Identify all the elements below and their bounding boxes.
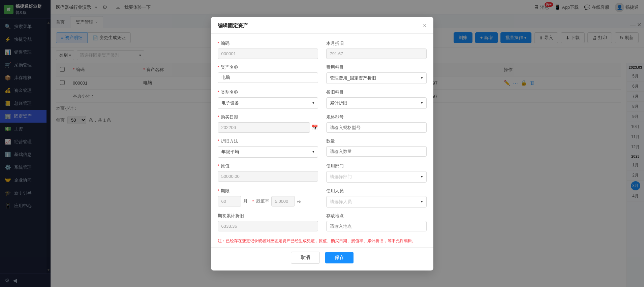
field-depreciation-method: * 折旧方法 年限平均 ▾ xyxy=(218,138,318,158)
modal-close-button[interactable]: × xyxy=(423,22,427,29)
code-input[interactable] xyxy=(218,49,318,59)
calendar-icon[interactable]: 📅 xyxy=(311,124,318,131)
edit-asset-modal: 编辑固定资产 × * 编码 本月折旧 * 资产名称 xyxy=(211,17,433,270)
modal-body: * 编码 本月折旧 * 资产名称 费用科目 xyxy=(211,34,433,238)
modal-overlay[interactable]: 编辑固定资产 × * 编码 本月折旧 * 资产名称 xyxy=(0,0,644,287)
category-label: * 类别名称 xyxy=(218,89,318,95)
quantity-label: 数量 xyxy=(326,138,427,144)
field-purchase-date: * 购买日期 📅 xyxy=(218,114,318,133)
monthly-depreciation-input xyxy=(326,49,427,59)
method-dropdown-icon: ▾ xyxy=(312,150,314,154)
field-quantity: 数量 xyxy=(326,138,427,158)
period-input[interactable] xyxy=(218,196,241,206)
department-label: 使用部门 xyxy=(326,163,427,169)
original-value-label: * 原值 xyxy=(218,163,318,169)
depreciation-account-select[interactable]: 累计折旧 ▾ xyxy=(326,97,427,109)
purchase-date-input[interactable] xyxy=(218,122,310,133)
location-label: 存放地点 xyxy=(326,213,427,219)
expense-account-select[interactable]: 管理费用_固定资产折旧 ▾ xyxy=(326,72,427,84)
quantity-input[interactable] xyxy=(326,146,427,157)
residual-rate-label: 残值率 xyxy=(256,198,269,204)
purchase-date-label: * 购买日期 xyxy=(218,114,318,120)
residual-rate-input[interactable] xyxy=(271,196,295,206)
period-unit: 月 xyxy=(243,198,248,204)
department-select[interactable]: 请选择部门 ▾ xyxy=(326,171,427,183)
field-initial-accumulated: 期初累计折旧 xyxy=(218,213,318,231)
monthly-depreciation-label: 本月折旧 xyxy=(326,40,427,46)
depreciation-account-label: 折旧科目 xyxy=(326,89,427,95)
personnel-dropdown-icon: ▾ xyxy=(421,199,423,204)
period-residual-row: 月 * 残值率 % xyxy=(218,196,318,206)
initial-accumulated-label: 期初累计折旧 xyxy=(218,213,318,219)
cancel-button[interactable]: 取消 xyxy=(291,252,320,264)
field-category: * 类别名称 电子设备 ▾ xyxy=(218,89,318,109)
department-dropdown-icon: ▾ xyxy=(421,174,423,179)
modal-header: 编辑固定资产 × xyxy=(211,17,433,34)
asset-name-input[interactable] xyxy=(218,72,318,83)
save-button[interactable]: 保存 xyxy=(325,252,354,263)
field-monthly-depreciation: 本月折旧 xyxy=(326,40,427,59)
field-department: 使用部门 请选择部门 ▾ xyxy=(326,163,427,183)
asset-name-label: * 资产名称 xyxy=(218,64,318,70)
expense-dropdown-icon: ▾ xyxy=(421,76,423,80)
field-personnel: 使用人员 请选择人员 ▾ xyxy=(326,188,427,208)
residual-rate-unit: % xyxy=(297,199,301,204)
depreciation-method-select[interactable]: 年限平均 ▾ xyxy=(218,146,318,158)
depreciation-method-label: * 折旧方法 xyxy=(218,138,318,144)
category-dropdown-icon: ▾ xyxy=(312,101,314,105)
personnel-label: 使用人员 xyxy=(326,188,427,194)
initial-accumulated-input[interactable] xyxy=(218,221,318,231)
field-expense-account: 费用科目 管理费用_固定资产折旧 ▾ xyxy=(326,64,427,84)
field-code: * 编码 xyxy=(218,40,318,59)
period-label: * 期限 xyxy=(218,188,318,194)
spec-input[interactable] xyxy=(326,122,427,133)
personnel-select[interactable]: 请选择人员 ▾ xyxy=(326,196,427,208)
code-label: * 编码 xyxy=(218,40,318,46)
modal-footer: 取消 保存 xyxy=(211,247,433,270)
location-input[interactable] xyxy=(326,221,427,231)
modal-title: 编辑固定资产 xyxy=(218,23,248,29)
field-period-residual: * 期限 月 * 残值率 % xyxy=(218,188,318,208)
purchase-date-row: 📅 xyxy=(218,122,318,133)
field-location: 存放地点 xyxy=(326,213,427,231)
depreciation-dropdown-icon: ▾ xyxy=(421,101,423,105)
field-original-value: * 原值 xyxy=(218,163,318,183)
spec-label: 规格型号 xyxy=(326,114,427,120)
field-asset-name: * 资产名称 xyxy=(218,64,318,84)
field-depreciation-account: 折旧科目 累计折旧 ▾ xyxy=(326,89,427,109)
field-spec: 规格型号 xyxy=(326,114,427,133)
category-select[interactable]: 电子设备 ▾ xyxy=(218,97,318,109)
expense-account-label: 费用科目 xyxy=(326,64,427,70)
modal-note: 注：已经存在变更记录或者对应固定资产已经生成凭证，原值、购买日期、残值率、累计折… xyxy=(211,238,433,247)
original-value-input[interactable] xyxy=(218,171,318,182)
